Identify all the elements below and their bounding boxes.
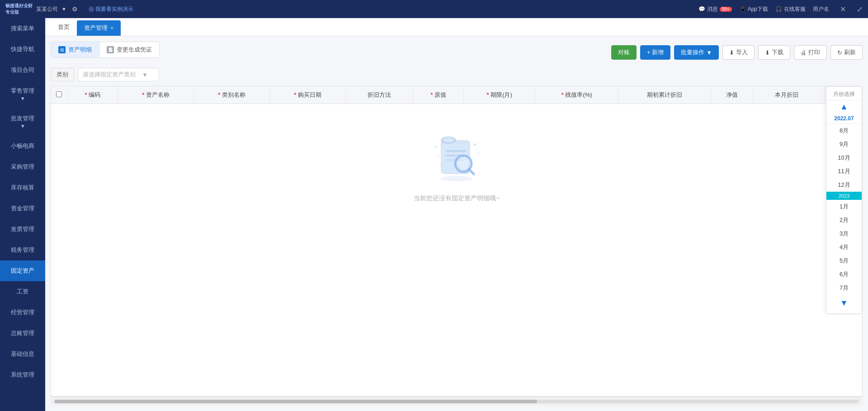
sidebar-item-invoice[interactable]: 发票管理 [0, 219, 45, 240]
month-item-12[interactable]: 12月 [826, 178, 862, 192]
print-button[interactable]: 🖨 打印 [794, 45, 827, 60]
sub-tab-label: 变更生成凭证 [117, 46, 152, 54]
window-close-button[interactable]: ✕ [840, 5, 846, 14]
sidebar-item-label: 项目合同 [4, 66, 42, 74]
tab-home[interactable]: 首页 [51, 19, 77, 36]
sidebar-item-label: 基础信息 [4, 350, 42, 358]
col-original-value: 原值 [413, 86, 464, 104]
tab-bar: 首页 资产管理 × [45, 18, 868, 36]
company-name: 某某公司 [36, 5, 58, 13]
month-nav-down-button[interactable]: ▼ [826, 297, 862, 310]
col-depreciation-method: 折旧方法 [345, 86, 413, 104]
month-item-4[interactable]: 4月 [826, 241, 862, 254]
add-button[interactable]: + 新增 [640, 45, 670, 60]
month-item-1[interactable]: 1月 [826, 200, 862, 213]
filter-category-select[interactable]: 请选择固定资产类别 ▼ [78, 68, 159, 81]
month-item-5[interactable]: 5月 [826, 254, 862, 268]
top-bar-right: 💬 消息 99+ 📱 App下载 🎧 在线客服 用户名 ✕ ⤢ [698, 5, 863, 14]
window-expand-button[interactable]: ⤢ [857, 5, 863, 14]
import-button[interactable]: ⬇ 导入 [722, 45, 755, 60]
year-marker-2023: 2023 [826, 192, 862, 200]
company-dropdown-icon[interactable]: ▼ [61, 6, 66, 12]
svg-point-4 [443, 138, 454, 142]
top-bar: 畅捷通好业财 专业版 某某公司 ▼ ⚙ ◎ 我要看实例演示 💬 消息 99+ 📱… [0, 0, 868, 18]
month-item-9[interactable]: 9月 [826, 137, 862, 151]
svg-line-15 [475, 148, 477, 151]
sidebar-item-label: 资金管理 [4, 204, 42, 213]
month-item-11[interactable]: 11月 [826, 165, 862, 178]
main-layout: 搜索菜单 快捷导航 项目合同 零售管理 ▾ 批发管理 ▾ 小畅电商 采购管理 库… [0, 18, 868, 411]
app-download-btn[interactable]: 📱 App下载 [739, 5, 768, 13]
headset-icon: 🎧 [775, 6, 782, 12]
sidebar-item-label: 固定资产 [4, 267, 42, 275]
download-button[interactable]: ⬇ 下载 [758, 45, 790, 60]
sidebar-item-tax[interactable]: 税务管理 [0, 240, 45, 260]
table-empty-row: 当前您还没有固定资产明细哦~ [51, 104, 862, 230]
sub-tabs-area: ▤ 资产明细 📄 变更生成凭证 对账 + 新增 批量操作 ▼ [51, 42, 863, 63]
notification-btn[interactable]: 💬 消息 99+ [698, 5, 732, 13]
sidebar-item-salary[interactable]: 工资 [0, 281, 45, 302]
online-service-btn[interactable]: 🎧 在线客服 [775, 5, 806, 13]
svg-point-13 [438, 155, 439, 157]
tab-label: 资产管理 [84, 24, 108, 32]
asset-detail-icon: ▤ [58, 46, 66, 53]
month-item-8[interactable]: 8月 [826, 124, 862, 137]
sub-tab-asset-detail[interactable]: ▤ 资产明细 [51, 42, 99, 57]
table-header-row: 编码 资产名称 类别名称 购买日期 折旧方法 原值 期限(月) 残值率(%) 期… [51, 86, 862, 104]
tab-asset-management[interactable]: 资产管理 × [77, 20, 121, 36]
settings-icon[interactable]: ⚙ [72, 5, 78, 13]
app-download-label: App下载 [748, 5, 768, 13]
month-list: 8月 9月 10月 11月 12月 2023 1月 2月 3月 4月 5月 6月… [826, 124, 862, 295]
col-net-value: 净值 [711, 86, 753, 104]
sub-tab-change-voucher[interactable]: 📄 变更生成凭证 [99, 42, 159, 57]
select-all-checkbox[interactable] [56, 91, 62, 97]
month-item-6[interactable]: 6月 [826, 268, 862, 281]
sidebar-item-system[interactable]: 系统管理 [0, 364, 45, 385]
month-item-7[interactable]: 7月 [826, 281, 862, 295]
sidebar-item-basic-info[interactable]: 基础信息 [0, 344, 45, 364]
sidebar-item-finance[interactable]: 资金管理 [0, 198, 45, 219]
svg-point-14 [435, 146, 438, 148]
scrollbar-thumb[interactable] [54, 400, 537, 403]
match-account-button[interactable]: 对账 [611, 45, 637, 60]
col-category: 类别名称 [194, 86, 270, 104]
sidebar-item-label: 总账管理 [4, 329, 42, 337]
svg-point-9 [458, 158, 469, 169]
tab-close-icon[interactable]: × [110, 25, 113, 31]
sidebar-item-fixed-assets[interactable]: 固定资产 [0, 260, 45, 281]
sidebar-item-ecommerce[interactable]: 小畅电商 [0, 136, 45, 156]
col-monthly-depreciation: 本月折旧 [753, 86, 821, 104]
sidebar-item-label: 快捷导航 [4, 45, 42, 53]
sidebar-item-operations[interactable]: 经营管理 [0, 302, 45, 323]
sidebar-item-wholesale[interactable]: 批发管理 ▾ [0, 108, 45, 136]
filter-dropdown-icon: ▼ [142, 71, 148, 78]
horizontal-scrollbar[interactable] [54, 400, 859, 403]
col-code: 编码 [67, 86, 118, 104]
sidebar-item-project[interactable]: 项目合同 [0, 60, 45, 80]
select-all-header[interactable] [51, 86, 67, 104]
table-container: 编码 资产名称 类别名称 购买日期 折旧方法 原值 期限(月) 残值率(%) 期… [51, 86, 863, 397]
sidebar-item-ledger[interactable]: 总账管理 [0, 323, 45, 344]
content-area: 首页 资产管理 × ▤ 资产明细 📄 变更生成凭证 [45, 18, 868, 411]
top-bar-left: 畅捷通好业财 专业版 某某公司 ▼ ⚙ ◎ 我要看实例演示 [5, 3, 133, 15]
sidebar-item-quicknav[interactable]: 快捷导航 [0, 39, 45, 60]
print-icon: 🖨 [801, 49, 807, 56]
sidebar-item-retail[interactable]: 零售管理 ▾ [0, 80, 45, 108]
month-item-2[interactable]: 2月 [826, 213, 862, 227]
chevron-down-icon: ▾ [21, 123, 24, 129]
month-item-10[interactable]: 10月 [826, 151, 862, 165]
month-item-3[interactable]: 3月 [826, 227, 862, 241]
sidebar-item-search[interactable]: 搜索菜单 [0, 18, 45, 39]
refresh-button[interactable]: ↻ 刷新 [830, 45, 863, 60]
demo-link[interactable]: ◎ 我要看实例演示 [89, 5, 133, 13]
batch-operation-button[interactable]: 批量操作 ▼ [674, 45, 719, 60]
notification-badge: 99+ [720, 7, 732, 12]
sidebar-item-inventory[interactable]: 库存核算 [0, 177, 45, 198]
sidebar-item-purchase[interactable]: 采购管理 [0, 156, 45, 177]
svg-rect-5 [446, 150, 466, 152]
app-edition: 专业版 [5, 9, 33, 15]
bottom-scrollbar-area [51, 397, 863, 406]
month-nav-up-button[interactable]: ▲ [826, 100, 862, 113]
sub-tabs: ▤ 资产明细 📄 变更生成凭证 [51, 42, 160, 58]
sidebar-item-label: 零售管理 [4, 87, 42, 95]
